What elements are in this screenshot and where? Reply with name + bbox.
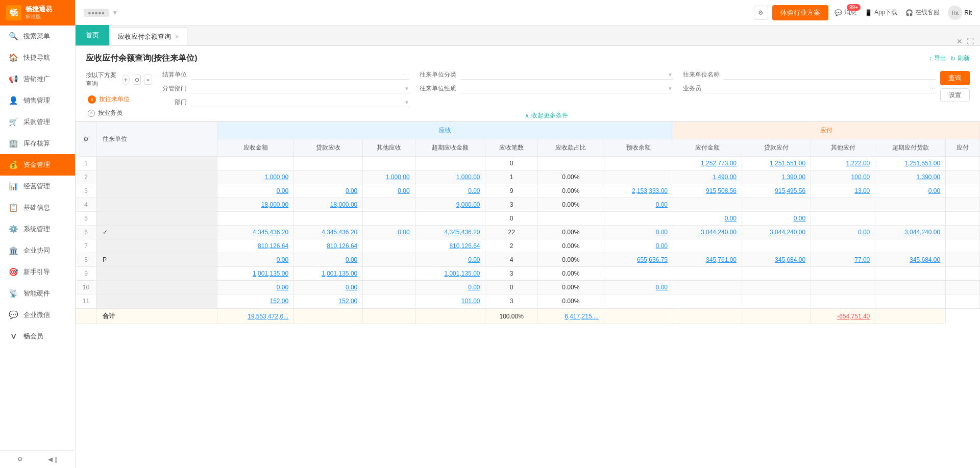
sidebar-item-sales[interactable]: 👤 销售管理 [0,90,75,111]
data-cell[interactable] [811,198,875,212]
data-cell[interactable] [673,267,742,281]
data-cell[interactable]: 4,345,436.20 [415,226,485,239]
data-cell[interactable]: 13.00 [811,184,875,198]
add-scheme-btn[interactable]: + [122,75,130,85]
data-cell[interactable]: 655,636.75 [604,253,673,267]
data-cell[interactable]: 0.00 [604,226,673,239]
data-cell[interactable] [673,198,742,212]
data-cell[interactable]: 1,222.00 [811,157,875,170]
data-cell[interactable] [363,267,415,281]
data-cell[interactable] [294,170,363,184]
tab-home[interactable]: 首页 [76,25,109,45]
data-cell[interactable] [875,267,946,281]
data-cell[interactable]: 4,345,436.20 [217,226,294,239]
promo-button[interactable]: 体验行业方案 [772,5,828,20]
data-cell[interactable] [673,294,742,309]
data-cell[interactable]: 0.00 [294,184,363,198]
sidebar-item-marketing[interactable]: 📢 营销推广 [0,68,75,90]
department-input[interactable] [191,98,403,106]
data-cell[interactable]: 1,001,135.00 [217,267,294,281]
sidebar-item-system[interactable]: ⚙️ 系统管理 [0,218,75,240]
data-cell[interactable]: 1,000.00 [363,170,415,184]
data-cell[interactable]: 9,000.00 [415,198,485,212]
data-cell[interactable]: 0.00 [604,281,673,294]
data-cell[interactable] [742,198,811,212]
sidebar-item-basic[interactable]: 📋 基础信息 [0,197,75,218]
data-cell[interactable]: 1,001,135.00 [294,267,363,281]
data-cell[interactable]: 0.00 [415,281,485,294]
window-close-btn[interactable]: ✕ [957,37,963,45]
sidebar-item-hardware[interactable]: 📡 智能硬件 [0,283,75,304]
data-cell[interactable]: 1,000.00 [415,170,485,184]
sidebar-item-member[interactable]: Ⅴ 畅会员 [0,326,75,347]
data-cell[interactable]: 4,345,436.20 [294,226,363,239]
salesperson-input[interactable] [705,85,929,92]
data-cell[interactable]: 2,153,333.00 [604,184,673,198]
data-cell[interactable]: 915,495.56 [742,184,811,198]
data-cell[interactable] [604,294,673,309]
data-cell[interactable] [811,239,875,253]
data-cell[interactable] [742,239,811,253]
data-cell[interactable] [811,281,875,294]
sidebar-item-enterprise[interactable]: 🏛️ 企业协同 [0,240,75,261]
data-cell[interactable]: 0.00 [217,253,294,267]
data-cell[interactable]: 3,044,240.00 [875,226,946,239]
data-cell[interactable]: 345,684.00 [875,253,946,267]
data-cell[interactable]: 0.00 [673,212,742,226]
sidebar-item-purchase[interactable]: 🛒 采购管理 [0,111,75,133]
data-cell[interactable]: 1,390.00 [875,170,946,184]
data-cell[interactable]: 3,044,240.00 [673,226,742,239]
data-cell[interactable]: 1,000.00 [217,170,294,184]
data-cell[interactable]: 0.00 [742,212,811,226]
data-cell[interactable] [363,239,415,253]
data-cell[interactable]: 152.00 [217,294,294,309]
data-cell[interactable] [604,157,673,170]
data-cell[interactable]: 0.00 [604,239,673,253]
partner-name-input[interactable] [724,71,936,78]
sidebar-item-quicknav[interactable]: 🏠 快捷导航 [0,47,75,68]
sidebar-item-finance[interactable]: 💰 资金管理 [0,154,75,176]
data-cell[interactable]: 101.00 [415,294,485,309]
scheme-collapse-btn[interactable]: « [144,75,152,85]
data-cell[interactable]: 345,684.00 [742,253,811,267]
sidebar-item-operation[interactable]: 📊 经营管理 [0,176,75,197]
data-cell[interactable] [415,212,485,226]
sidebar-item-guide[interactable]: 🎯 新手引导 [0,261,75,283]
table-settings-header[interactable]: ⚙ [76,122,96,157]
dept-manager-input[interactable] [191,85,403,92]
data-cell[interactable]: 0.00 [363,226,415,239]
settlement-unit-input[interactable] [191,71,402,78]
data-cell[interactable]: 0.00 [217,281,294,294]
data-cell[interactable] [363,212,415,226]
data-cell[interactable] [875,294,946,309]
data-cell[interactable]: 1,490.00 [673,170,742,184]
tab-close-icon[interactable]: × [175,33,179,40]
data-cell[interactable]: 1,390.00 [742,170,811,184]
data-cell[interactable]: 810,126.64 [415,239,485,253]
data-cell[interactable] [604,267,673,281]
partner-nature-input[interactable] [460,85,667,92]
data-cell[interactable] [673,239,742,253]
data-cell[interactable] [673,281,742,294]
data-cell[interactable]: 345,761.00 [673,253,742,267]
data-cell[interactable] [875,281,946,294]
data-cell[interactable]: 0.00 [294,281,363,294]
setting-button[interactable]: 设置 [940,88,970,102]
data-cell[interactable] [742,281,811,294]
data-cell[interactable] [742,294,811,309]
data-cell[interactable] [604,170,673,184]
data-cell[interactable] [875,239,946,253]
data-cell[interactable] [811,267,875,281]
data-cell[interactable]: 152.00 [294,294,363,309]
data-cell[interactable]: 0.00 [363,184,415,198]
data-cell[interactable] [742,267,811,281]
data-cell[interactable]: 1,251,551.00 [875,157,946,170]
scheme-item-salesperson[interactable]: ○ 按业务员 [86,106,152,120]
refresh-btn[interactable]: ↻ 刷新 [950,54,970,63]
data-cell[interactable]: 0.00 [415,184,485,198]
data-cell[interactable]: 1,252,773.00 [673,157,742,170]
sidebar-item-wechat[interactable]: 💬 企业微信 [0,304,75,326]
export-btn[interactable]: ↑ 导出 [929,54,946,63]
app-download-btn[interactable]: 📱 App下载 [865,8,897,17]
data-cell[interactable] [363,157,415,170]
